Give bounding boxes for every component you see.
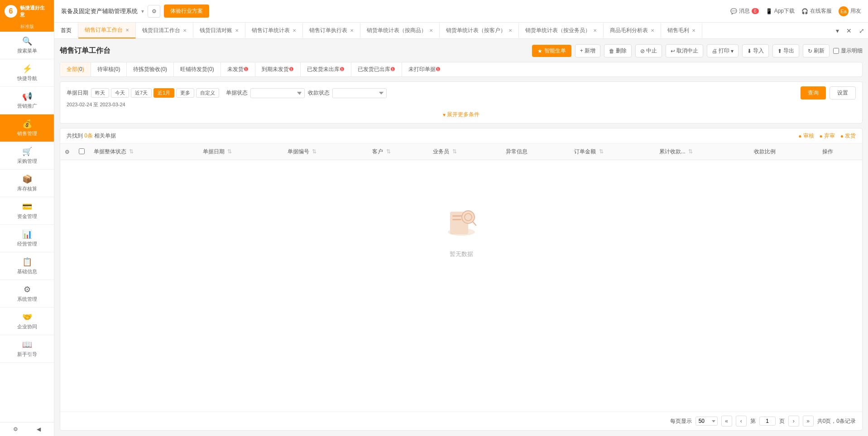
- stop-btn[interactable]: ⊘ 中止: [635, 44, 662, 57]
- subtab-not-shipped[interactable]: 未发货❶: [221, 62, 255, 76]
- tab-close-icon[interactable]: ✕: [429, 28, 433, 33]
- collect-select[interactable]: [332, 88, 387, 98]
- sidebar-item-finance[interactable]: 💳 资金管理: [0, 197, 54, 225]
- page-input[interactable]: [759, 417, 776, 426]
- sidebar-collapse-icon[interactable]: ◀: [37, 426, 41, 432]
- subtab-shipped-not-out[interactable]: 已发货未出库❶: [301, 62, 351, 76]
- sidebar-nav: 🔍 搜索菜单 ⚡ 快捷导航 📢 营销推广 💰 销售管理 🛒 采购管理 📦 库存核…: [0, 32, 54, 422]
- sidebar-item-purchase[interactable]: 🛒 采购管理: [0, 142, 54, 170]
- subtab-pending-inspect[interactable]: 待拣货验收(0): [127, 62, 174, 76]
- subtab-wangpu[interactable]: 旺铺待发货(0): [174, 62, 221, 76]
- status-filter-label: 单据状态: [226, 89, 248, 97]
- subtab-not-printed[interactable]: 未打印单据❶: [402, 62, 447, 76]
- sidebar-item-sales[interactable]: 💰 销售管理: [0, 114, 54, 142]
- export-btn[interactable]: ⬆ 导出: [772, 44, 799, 57]
- smart-create-btn[interactable]: ★ 智能生单: [532, 45, 571, 57]
- tab-cash-daily[interactable]: 钱货日清工作台 ✕: [136, 23, 193, 38]
- tab-close-icon[interactable]: ✕: [235, 28, 239, 33]
- subtab-pending-review[interactable]: 待审核(0): [91, 62, 127, 76]
- sidebar-item-enterprise[interactable]: 🤝 企业协同: [0, 308, 54, 335]
- status-select[interactable]: [250, 88, 305, 98]
- online-service-btn[interactable]: 🎧 在线客服: [801, 7, 832, 15]
- tab-sales-summ-prod[interactable]: 销货单统计表（按商品） ✕: [360, 23, 440, 38]
- sidebar-settings-icon[interactable]: ⚙: [13, 426, 18, 432]
- subtab-expired-not-shipped[interactable]: 到期未发货❶: [255, 62, 301, 76]
- tab-close-icon[interactable]: ✕: [651, 28, 654, 33]
- sort-icon[interactable]: ⇅: [312, 148, 317, 155]
- subtab-shipped-out[interactable]: 已发货已出库❶: [351, 62, 402, 76]
- add-btn[interactable]: + 新增: [575, 44, 600, 57]
- tab-sales-summ-cust[interactable]: 销货单统计表（按客户） ✕: [440, 23, 519, 38]
- sidebar-item-inventory[interactable]: 📦 库存核算: [0, 170, 54, 197]
- message-btn[interactable]: 💬 消息 6: [730, 7, 759, 15]
- tab-sales-summ-staff[interactable]: 销货单统计表（按业务员） ✕: [519, 23, 604, 38]
- app-download-btn[interactable]: 📱 App下载: [766, 7, 795, 15]
- sort-icon[interactable]: ⇅: [129, 148, 134, 155]
- tab-close-icon[interactable]: ✕: [692, 28, 695, 33]
- date-btn-yesterday[interactable]: 昨天: [91, 88, 109, 98]
- delete-btn[interactable]: 🗑 删除: [604, 44, 632, 57]
- topbar-settings-btn[interactable]: ⚙: [148, 5, 160, 18]
- prev-page-btn[interactable]: ‹: [736, 416, 747, 427]
- filter-setting-btn[interactable]: 设置: [830, 86, 856, 100]
- sidebar-item-system[interactable]: ⚙ 系统管理: [0, 280, 54, 308]
- sidebar-item-marketing[interactable]: 📢 营销推广: [0, 87, 54, 114]
- sort-icon[interactable]: ⇅: [599, 148, 604, 155]
- refresh-btn[interactable]: ↻ 刷新: [803, 44, 830, 57]
- date-btn-today[interactable]: 今天: [111, 88, 129, 98]
- anti-review-op-btn[interactable]: ● 弃审: [820, 132, 835, 140]
- topbar-dropdown-icon[interactable]: ▾: [141, 8, 144, 14]
- first-page-btn[interactable]: «: [721, 416, 732, 427]
- sort-icon[interactable]: ⇅: [227, 148, 232, 155]
- print-btn[interactable]: 🖨 打印 ▾: [707, 44, 739, 57]
- filter-status-item: 单据状态 ▾: [226, 88, 301, 98]
- user-btn[interactable]: Ea 用友: [839, 6, 861, 16]
- enterprise-icon: 🤝: [22, 312, 32, 322]
- tab-sales-order[interactable]: 销售订单工作台 ✕: [78, 23, 136, 38]
- anti-review-icon: ●: [820, 133, 823, 139]
- date-btn-custom[interactable]: 自定义: [196, 88, 219, 98]
- tab-sales-exec[interactable]: 销售订单执行表 ✕: [303, 23, 360, 38]
- tab-close-icon[interactable]: ✕: [350, 28, 354, 33]
- column-settings-icon[interactable]: ⚙: [65, 149, 70, 155]
- tab-cash-reconcile[interactable]: 钱货日清对账 ✕: [193, 23, 245, 38]
- tab-close-icon[interactable]: ✕: [183, 28, 187, 33]
- tab-more-btn[interactable]: ▾: [832, 25, 843, 36]
- tab-close-icon[interactable]: ✕: [508, 28, 512, 33]
- tab-close-icon[interactable]: ✕: [293, 28, 296, 33]
- tab-home[interactable]: 首页: [54, 23, 78, 38]
- ship-op-btn[interactable]: ● 发货: [840, 132, 856, 140]
- tab-profit[interactable]: 商品毛利分析表 ✕: [604, 23, 661, 38]
- tab-fullscreen-btn[interactable]: ⤢: [855, 25, 868, 36]
- page-size-select[interactable]: 50 10 20 100: [695, 417, 718, 426]
- sidebar-item-basic[interactable]: 📋 基础信息: [0, 252, 54, 280]
- next-page-btn[interactable]: ›: [788, 416, 799, 427]
- tab-sales-gross[interactable]: 销售毛利 ✕: [661, 23, 702, 38]
- review-op-btn[interactable]: ● 审核: [798, 132, 814, 140]
- query-btn[interactable]: 查询: [801, 86, 826, 100]
- sidebar-item-label: 采购管理: [17, 158, 37, 165]
- last-page-btn[interactable]: »: [803, 416, 814, 427]
- expand-filter-btn[interactable]: ▾ 展开更多条件: [443, 111, 480, 118]
- tab-close-all-btn[interactable]: ✕: [843, 25, 855, 36]
- table-scroll[interactable]: ⚙ 单据整体状态 ⇅ 单据日期 ⇅: [60, 144, 862, 412]
- date-btn-7days[interactable]: 近7天: [131, 88, 152, 98]
- tab-close-icon[interactable]: ✕: [593, 28, 597, 33]
- sort-icon[interactable]: ⇅: [688, 148, 693, 155]
- sidebar-item-search[interactable]: 🔍 搜索菜单: [0, 32, 54, 59]
- sort-icon[interactable]: ⇅: [452, 148, 457, 155]
- select-all-checkbox[interactable]: [79, 148, 85, 154]
- date-btn-1month[interactable]: 近1月: [153, 88, 174, 98]
- solution-btn[interactable]: 体验行业方案: [164, 5, 209, 18]
- sidebar-item-operations[interactable]: 📊 经营管理: [0, 225, 54, 252]
- cancel-stop-btn[interactable]: ↩ 取消中止: [666, 44, 703, 57]
- tab-close-icon[interactable]: ✕: [125, 28, 129, 33]
- sidebar-item-guide[interactable]: 📖 新手引导: [0, 335, 54, 363]
- import-btn[interactable]: ⬇ 导入: [742, 44, 769, 57]
- tab-sales-stat[interactable]: 销售订单统计表 ✕: [245, 23, 303, 38]
- subtab-all[interactable]: 全部(0): [60, 62, 91, 76]
- date-btn-more[interactable]: 更多: [176, 88, 194, 98]
- show-detail-checkbox[interactable]: [833, 48, 839, 54]
- sidebar-item-quick-nav[interactable]: ⚡ 快捷导航: [0, 59, 54, 87]
- sort-icon[interactable]: ⇅: [386, 148, 391, 155]
